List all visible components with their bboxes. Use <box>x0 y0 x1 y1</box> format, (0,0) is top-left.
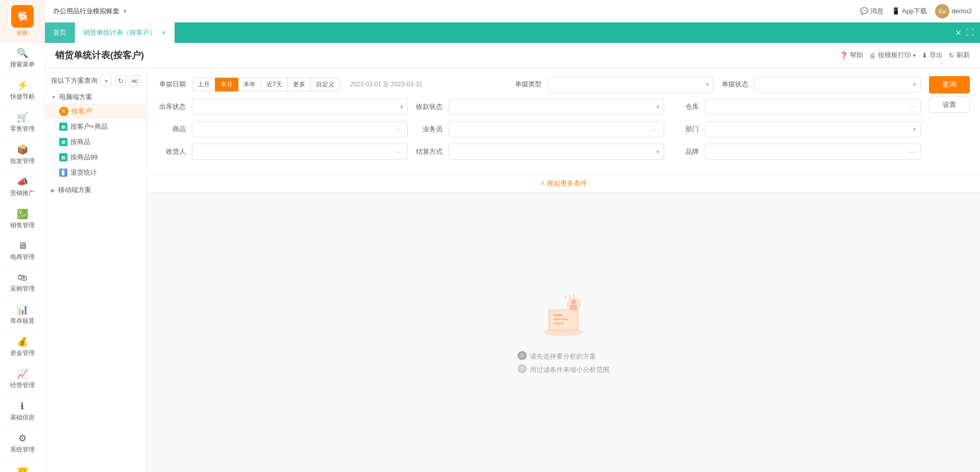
export-button[interactable]: ⬇ 导出 <box>922 51 943 60</box>
message-button[interactable]: 💬 消息 <box>860 7 884 16</box>
brand-select[interactable]: ··· <box>705 144 921 160</box>
date-custom[interactable]: 自定义 <box>310 78 340 91</box>
system-icon: ⚙ <box>18 433 27 444</box>
query-button[interactable]: 查询 <box>929 76 970 93</box>
filter-area: 单据日期 上月 本月 本年 近7天 更多 自定义 2023-03-01 至 20… <box>147 68 980 175</box>
dept-arrow: ▾ <box>913 126 916 133</box>
sidebar-item-finance[interactable]: 💰 资金管理 <box>0 331 44 363</box>
help-button[interactable]: ❓ 帮助 <box>840 51 863 60</box>
warehouse-select[interactable]: ··· <box>705 99 921 115</box>
order-status-label: 单据状态 <box>720 80 748 89</box>
date-this-year[interactable]: 本年 <box>238 78 261 91</box>
page-title: 销货单统计表(按客户) <box>55 49 144 67</box>
mobile-expand-icon: ▶ <box>51 187 55 193</box>
mobile-section-header[interactable]: ▶ 移动端方案 <box>45 182 146 198</box>
sidebar-item-marketing[interactable]: 📣 营销推广 <box>0 171 44 203</box>
message-icon: 💬 <box>860 7 868 15</box>
scheme-goods[interactable]: ▦ 按商品 <box>45 134 146 150</box>
date-more[interactable]: 更多 <box>287 78 311 91</box>
dept-select[interactable]: ▾ <box>705 121 921 137</box>
sidebar-item-ecom[interactable]: 🖥 电商管理 <box>0 235 44 267</box>
window-close-icon[interactable]: ✕ <box>955 28 962 38</box>
receiver-select[interactable]: ··· <box>192 144 408 160</box>
sidebar-item-inventory[interactable]: 📊 库存核算 <box>0 299 44 331</box>
collapse-bar[interactable]: ∧ 收起更多条件 <box>147 175 980 193</box>
svg-rect-5 <box>553 322 565 324</box>
marketing-icon: 📣 <box>17 176 28 187</box>
topbar-dropdown-icon[interactable]: ▾ <box>124 8 127 15</box>
order-type-arrow: ▾ <box>706 81 709 88</box>
filter-row-status: 出库状态 ▾ 收款状态 ▾ 仓库 ··· <box>157 99 921 115</box>
customer-icon: 客 <box>59 107 68 116</box>
goods-dots: ··· <box>396 125 403 133</box>
tip-num-1: ① <box>518 351 527 360</box>
sidebar-item-wholesale[interactable]: 📦 批发管理 <box>0 139 44 171</box>
desktop-section: ▼ 电脑端方案 客 按客户 ▦ 按客户+商品 ▦ 按商品 <box>45 90 146 180</box>
window-maximize-icon[interactable]: ⛶ <box>966 28 974 37</box>
print-button[interactable]: 🖨 按模板打印 ▾ <box>869 51 916 60</box>
receipt-status-arrow: ▾ <box>656 104 659 110</box>
scheme-customer[interactable]: 客 按客户 <box>45 104 146 119</box>
user-menu[interactable]: Ea demo2 <box>935 4 972 18</box>
sidebar-item-retail[interactable]: 🛒 零售管理 <box>0 107 44 139</box>
tabbar: 首页 销货单统计表（按客户） ✕ ✕ ⛶ <box>45 22 980 43</box>
sidebar-item-base[interactable]: ℹ 基础信息 <box>0 395 44 428</box>
settlement-label: 结算方式 <box>414 147 443 156</box>
refresh-scheme-button[interactable]: ↻ <box>115 75 126 86</box>
tab-home[interactable]: 首页 <box>45 22 75 43</box>
topbar-title: 办公用品行业模拟账套 <box>53 7 119 16</box>
svg-line-10 <box>569 295 570 298</box>
topbar-right: 💬 消息 📱 App下载 Ea demo2 <box>860 4 972 18</box>
scheme-return[interactable]: ▊ 退货统计 <box>45 165 146 180</box>
sidebar-item-biz[interactable]: 📈 经营管理 <box>0 363 44 395</box>
goods-select[interactable]: ··· <box>192 121 408 137</box>
tab-sales-stat[interactable]: 销货单统计表（按客户） ✕ <box>75 22 175 43</box>
order-type-select[interactable]: ▾ <box>548 76 714 92</box>
sidebar-item-nav[interactable]: ⚡ 快捷导航 <box>0 75 44 107</box>
mobile-section: ▶ 移动端方案 <box>45 182 146 198</box>
sidebar-item-search[interactable]: 🔍 搜索菜单 <box>0 42 44 75</box>
main-area: 办公用品行业模拟账套 ▾ 💬 消息 📱 App下载 Ea demo2 首页 销货… <box>45 0 980 472</box>
date-last-month[interactable]: 上月 <box>192 78 215 91</box>
out-status-select[interactable]: ▾ <box>192 99 408 115</box>
date-label: 单据日期 <box>157 80 186 89</box>
retail-icon: 🛒 <box>17 112 28 123</box>
search-icon: 🔍 <box>17 48 28 59</box>
panel-header-label: 按以下方案查询 <box>51 76 97 85</box>
desktop-section-header[interactable]: ▼ 电脑端方案 <box>45 90 146 104</box>
order-status-select[interactable]: ▾ <box>754 76 921 92</box>
add-scheme-button[interactable]: + <box>101 75 112 86</box>
filter-row-date: 单据日期 上月 本月 本年 近7天 更多 自定义 2023-03-01 至 20… <box>157 76 921 92</box>
sidebar-item-collab[interactable]: 🤝 企业协同 <box>0 460 44 472</box>
logo-area: 畅 标账 <box>0 0 44 42</box>
svg-rect-8 <box>570 305 577 310</box>
base-icon: ℹ <box>20 400 24 412</box>
settings-button[interactable]: 设置 <box>929 97 970 113</box>
sidebar-item-sales[interactable]: 💹 销售管理 <box>0 203 44 235</box>
refresh-button[interactable]: ↻ 刷新 <box>949 51 970 60</box>
svg-rect-3 <box>553 314 562 316</box>
page-header: 销货单统计表(按客户) ❓ 帮助 🖨 按模板打印 ▾ ⬇ 导出 ↻ 刷新 <box>45 43 980 68</box>
app-download-button[interactable]: 📱 App下载 <box>892 7 927 16</box>
inventory-icon: 📊 <box>17 304 28 315</box>
date-7days[interactable]: 近7天 <box>261 78 288 91</box>
sidebar-item-system[interactable]: ⚙ 系统管理 <box>0 428 44 460</box>
collapse-panel-button[interactable]: ≪ <box>129 75 140 86</box>
ecom-icon: 🖥 <box>18 241 27 251</box>
tab-close-icon[interactable]: ✕ <box>161 30 166 36</box>
dept-label: 部门 <box>670 125 699 134</box>
date-this-month[interactable]: 本月 <box>215 78 238 91</box>
sidebar-item-purchase[interactable]: 🛍 采购管理 <box>0 267 44 299</box>
receiver-dots: ··· <box>396 148 403 156</box>
salesperson-select[interactable]: ··· <box>449 121 665 137</box>
nav-icon: ⚡ <box>17 80 28 91</box>
goods99-icon: ▦ <box>59 153 67 161</box>
order-type-label: 单据类型 <box>513 80 542 89</box>
filter-row-receiver: 收货人 ··· 结算方式 ▾ 品牌 ··· <box>157 144 921 160</box>
scheme-goods99[interactable]: ▦ 按商品99 <box>45 150 146 165</box>
refresh-icon: ↻ <box>949 52 954 59</box>
settlement-select[interactable]: ▾ <box>449 144 665 160</box>
svg-point-7 <box>571 299 576 304</box>
receipt-status-select[interactable]: ▾ <box>449 99 665 115</box>
scheme-customer-goods[interactable]: ▦ 按客户+商品 <box>45 119 146 134</box>
